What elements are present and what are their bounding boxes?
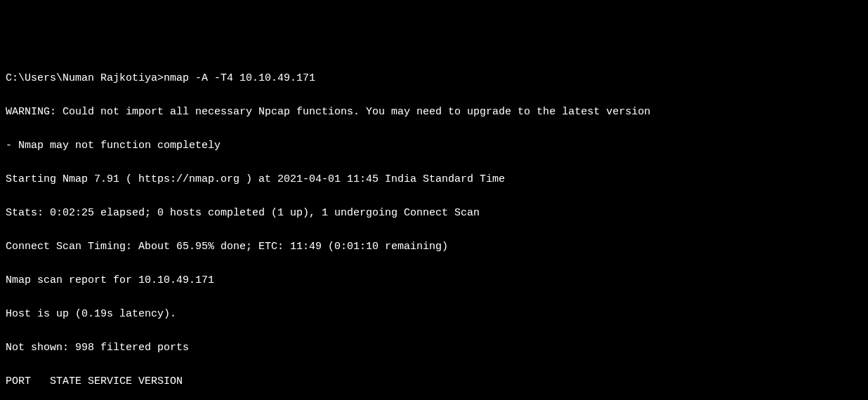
output-header: PORT STATE SERVICE VERSION [6,373,862,390]
command-input[interactable]: nmap -A -T4 10.10.49.171 [164,72,315,84]
output-host-up: Host is up (0.19s latency). [6,306,862,323]
output-warning-2: - Nmap may not function completely [6,138,862,154]
output-warning-1: WARNING: Could not import all necessary … [6,104,862,121]
command-line[interactable]: C:\Users\Numan Rajkotiya>nmap -A -T4 10.… [6,70,862,87]
output-not-shown: Not shown: 998 filtered ports [6,340,862,356]
output-scan-report: Nmap scan report for 10.10.49.171 [6,272,862,289]
output-starting: Starting Nmap 7.91 ( https://nmap.org ) … [6,171,862,188]
output-scan-timing: Connect Scan Timing: About 65.95% done; … [6,239,862,255]
prompt: C:\Users\Numan Rajkotiya> [6,72,164,84]
output-stats: Stats: 0:02:25 elapsed; 0 hosts complete… [6,205,862,222]
